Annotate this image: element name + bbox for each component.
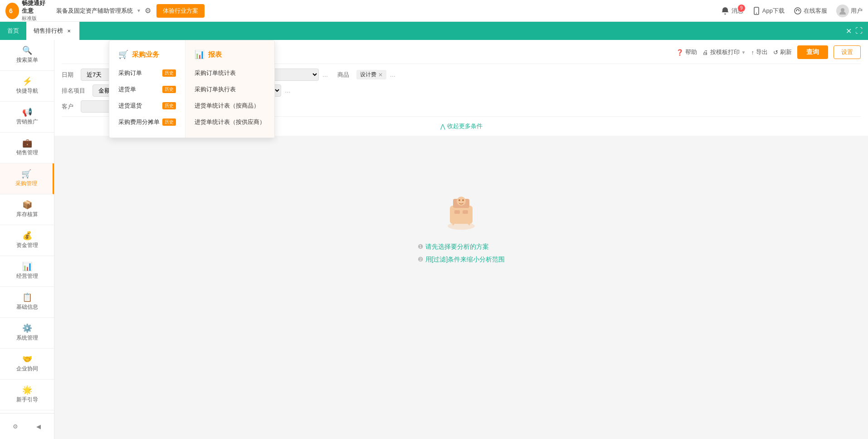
notification-badge: 9: [738, 5, 745, 12]
marketing-icon: 📢: [22, 108, 32, 116]
purchase-order-stats-label: 采购订单统计表: [195, 69, 236, 76]
rank-label: 排名项目: [62, 87, 85, 95]
basics-icon: 📋: [22, 293, 32, 301]
customer-label: 客户: [62, 103, 73, 111]
svg-point-3: [756, 13, 757, 14]
tabbar: 首页 销售排行榜 ✕ ✕ ⛶: [0, 22, 868, 40]
tab-home-label: 首页: [7, 27, 19, 35]
svg-rect-15: [463, 210, 468, 214]
settings-icon[interactable]: ⚙: [145, 6, 151, 15]
purchase-expense-item[interactable]: 采购费用分摊单 历史: [109, 114, 185, 130]
sidebar-item-operations[interactable]: 📊 经营管理: [0, 256, 54, 287]
phone-icon: [752, 7, 761, 15]
report-header-icon: 📊: [195, 49, 205, 59]
purchase-order-item[interactable]: 采购订单 历史: [109, 65, 185, 81]
incoming-stats-goods-label: 进货单统计表（按商品）: [195, 102, 259, 109]
goods-more-icon[interactable]: …: [388, 71, 398, 78]
purchase-order-stats-item[interactable]: 采购订单统计表: [185, 65, 274, 81]
maximize-icon[interactable]: ⛶: [855, 27, 863, 35]
tab-sales-ranking[interactable]: 销售排行榜 ✕: [26, 22, 79, 40]
navigation-icon: ⚡: [22, 77, 32, 85]
sidebar-finance-label: 资金管理: [16, 242, 38, 249]
sidebar-purchase-label: 采购管理: [15, 180, 37, 187]
system-name-area: 装备及固定资产辅助管理系统 ▼ ⚙: [51, 6, 156, 15]
purchase-business-title: 采购业务: [132, 50, 159, 59]
purchase-expense-label: 采购费用分摊单: [118, 118, 160, 126]
avatar: [836, 5, 849, 17]
system-icon: ⚙️: [22, 324, 32, 332]
sidebar-item-navigation[interactable]: ⚡ 快捷导航: [0, 71, 54, 102]
voucher-status-more-icon[interactable]: …: [321, 71, 330, 78]
report-col: 📊 报表 采购订单统计表 采购订单执行表 进货单统计表（按商品） 进货单统计表（…: [185, 40, 274, 138]
collapse-label: 收起更多条件: [447, 122, 483, 130]
tab-close-icon[interactable]: ✕: [66, 28, 72, 34]
sales-icon: 💼: [22, 139, 32, 147]
print-icon: 🖨: [702, 49, 708, 56]
collapse-up-icon: ⋀: [440, 123, 445, 130]
incoming-stats-supplier-item[interactable]: 进货单统计表（按供应商）: [185, 114, 274, 130]
return-goods-badge: 历史: [162, 102, 176, 109]
salesperson-more-icon[interactable]: …: [283, 87, 293, 94]
set-button[interactable]: 设置: [834, 45, 861, 59]
report-header: 📊 报表: [185, 48, 274, 65]
print-button[interactable]: 🖨 按模板打印 ▼: [702, 48, 746, 56]
help-button[interactable]: ❓ 帮助: [676, 48, 697, 56]
empty-hint: ❶ 请先选择要分析的方案 ❷ 用[过滤]条件来缩小分析范围: [418, 240, 505, 266]
close-window-icon[interactable]: ✕: [846, 27, 852, 35]
newbie-icon: 🌟: [22, 386, 32, 394]
svg-point-12: [458, 199, 460, 201]
sidebar-item-purchase[interactable]: 🛒 采购管理: [0, 163, 54, 194]
svg-rect-9: [450, 206, 473, 224]
refresh-button[interactable]: ↺ 刷新: [773, 48, 792, 56]
user-item[interactable]: 用户: [836, 5, 863, 17]
sidebar-item-marketing[interactable]: 📢 营销推广: [0, 102, 54, 133]
svg-point-7: [841, 8, 844, 12]
sidebar-item-inventory[interactable]: 📦 库存核算: [0, 194, 54, 225]
system-name: 装备及固定资产辅助管理系统: [56, 7, 133, 15]
sidebar-item-finance[interactable]: 💰 资金管理: [0, 225, 54, 256]
purchase-expense-badge: 历史: [162, 118, 176, 126]
app-download-item[interactable]: App下载: [752, 7, 785, 15]
sidebar-item-sales[interactable]: 💼 销售管理: [0, 133, 54, 163]
purchase-order-badge: 历史: [162, 69, 176, 77]
finance-icon: 💰: [22, 232, 32, 240]
goods-tag-close[interactable]: ✕: [378, 72, 383, 78]
svg-point-4: [795, 8, 801, 14]
query-button[interactable]: 查询: [797, 45, 828, 59]
purchase-order-label: 采购订单: [118, 69, 142, 77]
cooperation-icon: 🤝: [22, 355, 32, 363]
export-button[interactable]: ↑ 导出: [751, 48, 768, 56]
goods-label: 商品: [337, 71, 349, 79]
incoming-stats-goods-item[interactable]: 进货单统计表（按商品）: [185, 98, 274, 114]
sidebar-item-basics[interactable]: 📋 基础信息: [0, 287, 54, 318]
app-download-label: App下载: [762, 7, 785, 15]
sidebar-item-search[interactable]: 🔍 搜索菜单: [0, 40, 54, 71]
topbar-right: 9 消息 App下载 在线客服: [721, 5, 863, 17]
main-layout: 🔍 搜索菜单 ⚡ 快捷导航 📢 营销推广 💼 销售管理 🛒 采购管理 📦 库存核…: [0, 40, 868, 439]
purchase-dropdown-menu: 🛒 采购业务 采购订单 历史 进货单 历史 进货退货 历史 采购费用分摊单: [109, 40, 275, 138]
user-label: 用户: [851, 7, 863, 15]
online-service-label: 在线客服: [804, 7, 827, 15]
incoming-label: 进货单: [118, 85, 136, 94]
sidebar-marketing-label: 营销推广: [16, 118, 38, 126]
sidebar-collapse-btn[interactable]: ◀: [31, 419, 46, 434]
sidebar-settings-btn[interactable]: ⚙: [8, 419, 23, 434]
sidebar-cooperation-label: 企业协同: [16, 365, 38, 373]
collapse-button[interactable]: ⋀ 收起更多条件: [440, 119, 483, 133]
dropdown-arrow-icon[interactable]: ▼: [137, 8, 141, 13]
trial-button[interactable]: 体验行业方案: [156, 4, 205, 18]
return-goods-item[interactable]: 进货退货 历史: [109, 98, 185, 114]
sidebar-item-newbie[interactable]: 🌟 新手引导: [0, 380, 54, 410]
svg-point-5: [796, 10, 797, 11]
purchase-order-exec-item[interactable]: 采购订单执行表: [185, 81, 274, 98]
sidebar-item-cooperation[interactable]: 🤝 企业协同: [0, 349, 54, 380]
incoming-item[interactable]: 进货单 历史: [109, 81, 185, 98]
sidebar-item-system[interactable]: ⚙️ 系统管理: [0, 318, 54, 349]
tab-home[interactable]: 首页: [0, 22, 26, 40]
help-icon: ❓: [676, 49, 683, 56]
svg-point-6: [799, 10, 800, 11]
incoming-badge: 历史: [162, 86, 176, 93]
notifications-item[interactable]: 9 消息: [721, 6, 743, 15]
online-service-item[interactable]: 在线客服: [794, 7, 827, 15]
content-area: 🛒 采购业务 采购订单 历史 进货单 历史 进货退货 历史 采购费用分摊单: [54, 40, 868, 439]
